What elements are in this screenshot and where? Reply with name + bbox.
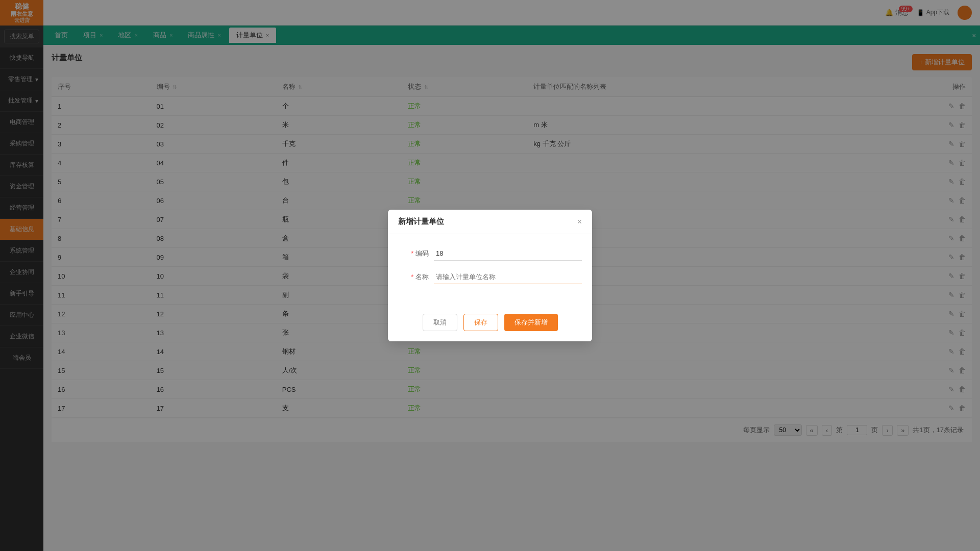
modal-save-continue-button[interactable]: 保存并新增 [504, 314, 558, 331]
modal-cancel-button[interactable]: 取消 [423, 314, 457, 331]
modal-title: 新增计量单位 [398, 217, 444, 227]
modal-footer: 取消 保存 保存并新增 [388, 306, 592, 341]
modal-add-unit: 新增计量单位 × 编码 名称 取消 保存 保存并新增 [388, 210, 592, 341]
form-name-label: 名称 [398, 272, 429, 282]
form-code-label: 编码 [398, 249, 429, 258]
form-code-input[interactable] [434, 246, 582, 261]
modal-body: 编码 名称 [388, 234, 592, 306]
form-name-input[interactable] [434, 270, 582, 284]
modal-header: 新增计量单位 × [388, 210, 592, 234]
form-row-name: 名称 [398, 270, 582, 284]
modal-overlay[interactable]: 新增计量单位 × 编码 名称 取消 保存 保存并新增 [0, 0, 980, 551]
modal-save-button[interactable]: 保存 [463, 314, 498, 331]
form-row-code: 编码 [398, 246, 582, 261]
modal-close-button[interactable]: × [577, 217, 582, 227]
